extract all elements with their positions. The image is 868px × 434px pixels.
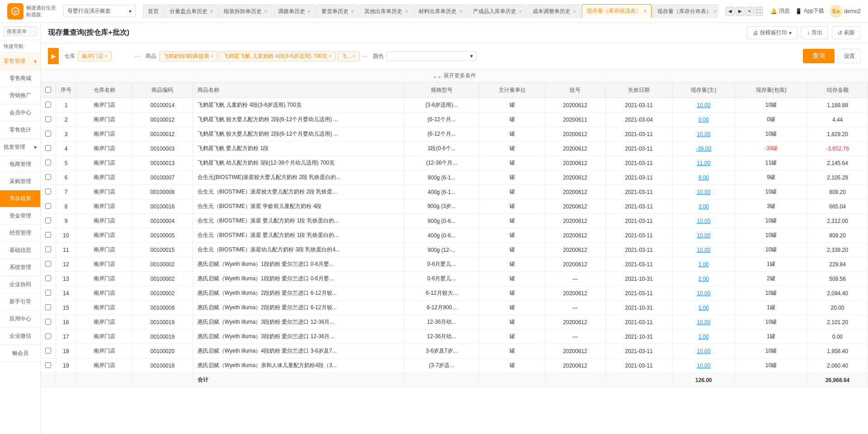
row-checkbox[interactable] — [41, 330, 56, 344]
close-cost-adjust-tab[interactable]: × — [573, 9, 576, 14]
sidebar-item-membership[interactable]: 畅会员 — [0, 345, 40, 362]
remove-product-tag-2[interactable]: × — [329, 54, 331, 59]
tab-cost-adjust[interactable]: 成本调整单历史 × — [528, 5, 581, 18]
tab-inventory-status[interactable]: 现存量（库存状况表） × — [582, 4, 651, 18]
tab-next-arrow[interactable]: ▶ — [736, 7, 745, 16]
tab-close-all[interactable]: ✕ — [745, 7, 754, 16]
app-download-button[interactable]: 📱 App下载 — [795, 7, 824, 15]
row-qty[interactable]: 0.00 — [672, 113, 735, 127]
user-avatar[interactable]: Ea demo2 — [830, 5, 861, 18]
sidebar-item-member[interactable]: 会员中心 — [0, 104, 40, 122]
sidebar-item-retail-shop[interactable]: 零售商城 — [0, 70, 40, 87]
sidebar-item-basic[interactable]: 基础信息 — [0, 242, 40, 259]
sidebar-item-operations[interactable]: 经营管理 — [0, 225, 40, 242]
row-qty[interactable]: 10.00 — [672, 228, 735, 243]
sidebar-item-retail-stats[interactable]: 零售统计 — [0, 122, 40, 139]
more-product-icon[interactable]: ··· — [362, 52, 368, 60]
close-inventory-dist-tab[interactable]: × — [714, 9, 717, 14]
row-checkbox[interactable] — [41, 98, 56, 113]
row-checkbox[interactable] — [41, 243, 56, 257]
row-checkbox[interactable] — [41, 156, 56, 170]
tab-other-out[interactable]: 其他出库单历史 × — [359, 5, 413, 18]
close-require-goods-tab[interactable]: × — [351, 9, 354, 14]
sidebar-item-system[interactable]: 系统管理 — [0, 259, 40, 276]
expand-filter-arrow[interactable]: ▶ — [48, 48, 59, 64]
color-dropdown[interactable]: ▾ — [387, 51, 477, 61]
settings-button[interactable]: 设置 — [838, 49, 861, 63]
sidebar-item-inventory[interactable]: 库存核算 — [0, 190, 40, 208]
tab-require-goods[interactable]: 要货单历史 × — [316, 5, 359, 18]
more-warehouse-icon[interactable]: ··· — [135, 52, 140, 60]
row-qty[interactable]: 10.00 — [672, 185, 735, 199]
sidebar-item-new-guide[interactable]: 新手引导 — [0, 293, 40, 311]
tab-pick[interactable]: 调拨单历史 × — [273, 5, 316, 18]
search-input[interactable] — [4, 26, 37, 36]
row-qty[interactable]: 10.00 — [672, 127, 735, 142]
sidebar-item-purchase[interactable]: 采购管理 — [0, 173, 40, 190]
close-material-out-tab[interactable]: × — [459, 9, 462, 14]
row-qty[interactable]: 2.00 — [672, 272, 735, 286]
row-qty[interactable]: 10.00 — [672, 214, 735, 228]
tab-partial-count[interactable]: 分量盘点单历史 × — [165, 5, 218, 18]
tab-disassemble[interactable]: 组装拆卸单历史 × — [219, 5, 272, 18]
row-qty[interactable]: 11.00 — [672, 156, 735, 170]
row-qty[interactable]: 10.00 — [672, 98, 735, 113]
row-checkbox[interactable] — [41, 142, 56, 156]
row-checkbox[interactable] — [41, 127, 56, 142]
row-qty[interactable]: 9.00 — [672, 170, 735, 185]
row-checkbox[interactable] — [41, 315, 56, 330]
row-qty[interactable]: 1.00 — [672, 330, 735, 344]
category-dropdown[interactable]: 母婴行业演示账套 ▾ — [63, 5, 136, 17]
row-checkbox[interactable] — [41, 359, 56, 373]
close-product-in-tab[interactable]: × — [519, 9, 522, 14]
row-qty[interactable]: 10.00 — [672, 315, 735, 330]
quick-nav[interactable]: 快捷导航 — [0, 40, 40, 53]
row-qty[interactable]: 10.00 — [672, 344, 735, 359]
row-checkbox[interactable] — [41, 301, 56, 315]
tab-prev-arrow[interactable]: ◀ — [726, 7, 735, 16]
row-qty[interactable]: 10.00 — [672, 359, 735, 373]
row-qty[interactable]: -39.00 — [672, 142, 735, 156]
query-button[interactable]: 查询 — [803, 49, 835, 63]
close-disassemble-tab[interactable]: × — [264, 9, 267, 14]
tab-inventory-dist[interactable]: 现存量（库存分布表） × — [652, 5, 718, 18]
sidebar-item-wholesale[interactable]: 批发管理 ▾ — [0, 139, 40, 156]
row-checkbox[interactable] — [41, 257, 56, 272]
row-checkbox[interactable] — [41, 170, 56, 185]
row-checkbox[interactable] — [41, 286, 56, 301]
refresh-button[interactable]: ↺ 刷新 — [832, 26, 861, 39]
row-checkbox[interactable] — [41, 228, 56, 243]
row-qty[interactable]: 10.00 — [672, 243, 735, 257]
row-qty[interactable]: 10.00 — [672, 286, 735, 301]
sidebar-item-retail[interactable]: 零售管理 ▾ — [0, 53, 40, 70]
template-print-button[interactable]: 🖨 按模板打印 ▾ — [747, 26, 797, 39]
close-pick-tab[interactable]: × — [308, 9, 311, 14]
row-checkbox[interactable] — [41, 344, 56, 359]
remove-warehouse-tag[interactable]: × — [105, 54, 108, 59]
row-qty[interactable]: 1.00 — [672, 257, 735, 272]
row-checkbox[interactable] — [41, 214, 56, 228]
row-qty[interactable]: 3.00 — [672, 199, 735, 214]
sidebar-item-wechat[interactable]: 企业微信 — [0, 328, 40, 345]
tab-material-out[interactable]: 材料出库单历史 × — [414, 5, 467, 18]
sidebar-item-ecommerce[interactable]: 电商管理 — [0, 156, 40, 173]
remove-product-tag-3[interactable]: × — [353, 54, 355, 59]
sidebar-item-marketing[interactable]: 营销推广 — [0, 87, 40, 104]
remove-product-tag-1[interactable]: × — [211, 54, 213, 59]
row-checkbox[interactable] — [41, 272, 56, 286]
sidebar-item-finance[interactable]: 资金管理 — [0, 208, 40, 225]
row-checkbox[interactable] — [41, 199, 56, 214]
tab-product-in[interactable]: 产成品入库单历史 × — [468, 5, 527, 18]
message-button[interactable]: 🔔 消息 — [770, 7, 790, 15]
export-button[interactable]: ↓ 导出 — [801, 26, 828, 39]
expand-more-btn[interactable]: ⌄⌄ 展开更多条件 — [433, 72, 476, 80]
close-other-out-tab[interactable]: × — [405, 9, 408, 14]
close-partial-count-tab[interactable]: × — [210, 9, 213, 14]
sidebar-item-app-center[interactable]: 应用中心 — [0, 311, 40, 328]
tab-home[interactable]: 首页 — [143, 5, 164, 18]
select-all-checkbox[interactable] — [45, 87, 51, 93]
close-inventory-status-tab[interactable]: × — [644, 9, 646, 14]
row-qty[interactable]: 1.00 — [672, 301, 735, 315]
sidebar-item-enterprise[interactable]: 企业协同 — [0, 276, 40, 293]
row-checkbox[interactable] — [41, 185, 56, 199]
